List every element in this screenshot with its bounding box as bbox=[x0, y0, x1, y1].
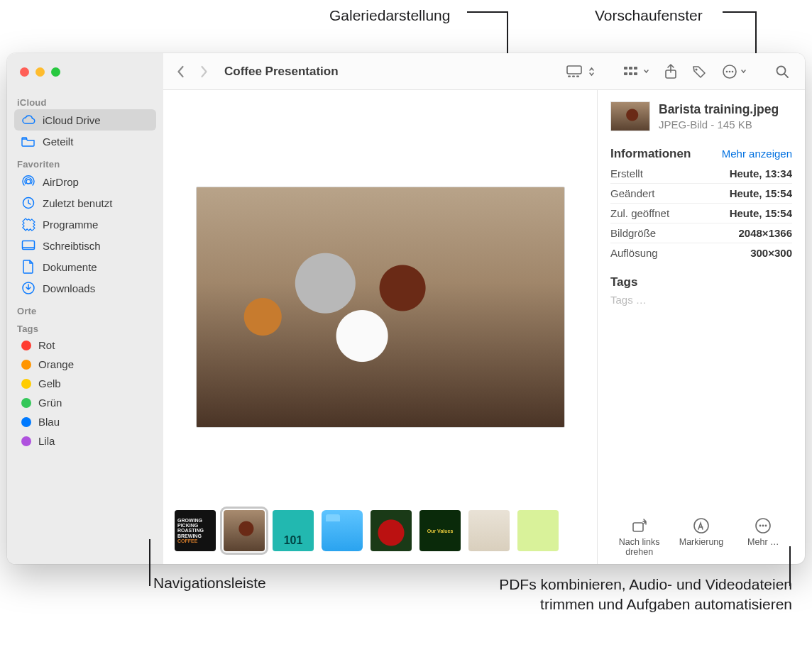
sidebar-tag-item[interactable]: Gelb bbox=[14, 374, 156, 393]
sidebar-item-icloud-drive[interactable]: iCloud Drive bbox=[14, 109, 156, 131]
inspector-section-tags: Tags bbox=[610, 275, 792, 289]
sidebar-item-label: Schreibtisch bbox=[43, 240, 101, 252]
sidebar-item-applications[interactable]: Programme bbox=[14, 214, 156, 235]
close-window-button[interactable] bbox=[20, 67, 29, 77]
info-key: Bildgröße bbox=[610, 227, 656, 239]
svg-rect-8 bbox=[629, 72, 632, 75]
gallery-preview-image[interactable] bbox=[196, 187, 565, 428]
sidebar-item-shared[interactable]: Geteilt bbox=[14, 131, 156, 152]
sidebar-section-tags: Tags bbox=[17, 324, 153, 334]
tag-dot-icon bbox=[21, 398, 31, 408]
inspector-section-info: Informationen bbox=[610, 147, 691, 161]
tags-button[interactable] bbox=[685, 65, 715, 79]
svg-point-18 bbox=[26, 179, 31, 184]
sidebar-item-desktop[interactable]: Schreibtisch bbox=[14, 235, 156, 256]
nav-back-button[interactable] bbox=[172, 65, 190, 78]
tag-dot-icon bbox=[21, 436, 31, 446]
svg-point-27 bbox=[762, 525, 764, 527]
callout-preview-pane: Vorschaufenster bbox=[595, 7, 703, 24]
sidebar-item-downloads[interactable]: Downloads bbox=[14, 277, 156, 299]
callout-nav-bar: Navigationsleiste bbox=[153, 575, 266, 592]
filmstrip-thumb[interactable]: Our Values bbox=[419, 510, 461, 551]
more-actions-button[interactable] bbox=[715, 64, 754, 79]
svg-rect-6 bbox=[634, 67, 637, 70]
sidebar-tag-item[interactable]: Blau bbox=[14, 412, 156, 431]
tag-dot-icon bbox=[21, 341, 31, 350]
finder-window: Coffee Presentation bbox=[7, 53, 805, 564]
view-mode-gallery-button[interactable] bbox=[559, 65, 602, 79]
clock-icon bbox=[21, 196, 35, 210]
info-value: Heute, 15:54 bbox=[730, 187, 792, 199]
inspector-thumbnail bbox=[610, 101, 650, 131]
inspector-filename: Barista training.jpeg bbox=[659, 102, 779, 117]
svg-point-28 bbox=[765, 525, 767, 527]
sidebar-item-documents[interactable]: Dokumente bbox=[14, 256, 156, 277]
tags-input[interactable]: Tags … bbox=[610, 294, 792, 306]
callout-line bbox=[507, 11, 508, 54]
toolbar: Coffee Presentation bbox=[163, 53, 805, 90]
qa-label: Nach links drehen bbox=[610, 537, 668, 557]
nav-forward-button[interactable] bbox=[195, 65, 213, 78]
sidebar-item-recents[interactable]: Zuletzt benutzt bbox=[14, 192, 156, 214]
sidebar-tag-item[interactable]: Orange bbox=[14, 355, 156, 374]
info-row: Zul. geöffnetHeute, 15:54 bbox=[610, 203, 792, 223]
filmstrip-thumb[interactable]: GROWINGPICKINGROASTINGBREWINGCOFFEE bbox=[175, 510, 216, 551]
svg-line-17 bbox=[784, 74, 788, 77]
markup-button[interactable]: Markierung bbox=[672, 517, 730, 557]
filmstrip-thumb[interactable] bbox=[468, 510, 510, 551]
desktop-icon bbox=[21, 238, 35, 253]
sidebar-item-label: iCloud Drive bbox=[43, 114, 101, 126]
info-row: GeändertHeute, 15:54 bbox=[610, 183, 792, 203]
qa-label: Mehr … bbox=[735, 537, 792, 547]
share-button[interactable] bbox=[657, 64, 685, 79]
callout-quick-actions: PDFs kombinieren, Audio- und Videodateie… bbox=[473, 575, 792, 615]
svg-rect-2 bbox=[572, 75, 575, 77]
sidebar-tag-item[interactable]: Rot bbox=[14, 336, 156, 355]
sidebar-item-label: AirDrop bbox=[43, 176, 79, 188]
sidebar-tag-item[interactable]: Grün bbox=[14, 393, 156, 412]
svg-point-11 bbox=[695, 68, 697, 70]
sidebar-section-locations: Orte bbox=[17, 306, 153, 316]
svg-rect-3 bbox=[576, 75, 579, 77]
sidebar-item-label: Programme bbox=[43, 219, 98, 231]
filmstrip-thumb-selected[interactable] bbox=[224, 510, 265, 551]
show-more-link[interactable]: Mehr anzeigen bbox=[722, 148, 792, 160]
filmstrip-thumb[interactable] bbox=[371, 510, 412, 551]
search-button[interactable] bbox=[768, 65, 796, 79]
thumb-label: Our Values bbox=[427, 529, 454, 533]
gallery-area: GROWINGPICKINGROASTINGBREWINGCOFFEE 101 … bbox=[163, 90, 597, 564]
svg-rect-9 bbox=[634, 72, 637, 75]
more-quick-actions-button[interactable]: Mehr … bbox=[735, 517, 792, 557]
sidebar-item-airdrop[interactable]: AirDrop bbox=[14, 171, 156, 192]
rotate-left-button[interactable]: Nach links drehen bbox=[610, 517, 668, 557]
info-key: Auflösung bbox=[610, 247, 658, 259]
filmstrip-thumb-folder[interactable] bbox=[322, 510, 363, 551]
info-row: Auflösung300×300 bbox=[610, 243, 792, 262]
svg-rect-0 bbox=[567, 66, 581, 74]
sidebar-item-label: Grün bbox=[38, 397, 62, 409]
filmstrip-thumb[interactable] bbox=[517, 510, 559, 551]
svg-rect-7 bbox=[624, 72, 627, 75]
svg-point-15 bbox=[732, 70, 734, 72]
cloud-icon bbox=[21, 113, 35, 127]
minimize-window-button[interactable] bbox=[35, 67, 45, 77]
callout-line bbox=[723, 11, 755, 13]
window-controls bbox=[7, 53, 163, 90]
svg-rect-4 bbox=[624, 67, 627, 70]
group-by-button[interactable] bbox=[616, 65, 657, 78]
sidebar-section-favorites: Favoriten bbox=[17, 159, 153, 170]
more-icon bbox=[752, 517, 774, 534]
filmstrip-thumb[interactable]: 101 bbox=[273, 510, 314, 551]
sidebar-tag-item[interactable]: Lila bbox=[14, 431, 156, 450]
zoom-window-button[interactable] bbox=[51, 67, 60, 77]
sidebar-item-label: Zuletzt benutzt bbox=[43, 197, 112, 209]
sidebar-item-label: Gelb bbox=[38, 377, 61, 389]
airdrop-icon bbox=[21, 175, 35, 189]
info-row: Bildgröße2048×1366 bbox=[610, 223, 792, 243]
svg-rect-1 bbox=[568, 75, 571, 77]
quick-actions: Nach links drehen Markierung Mehr … bbox=[610, 510, 792, 557]
info-key: Erstellt bbox=[610, 167, 643, 179]
sidebar-section-icloud: iCloud bbox=[17, 97, 153, 108]
svg-point-14 bbox=[729, 70, 731, 72]
sidebar-item-label: Rot bbox=[38, 339, 55, 351]
